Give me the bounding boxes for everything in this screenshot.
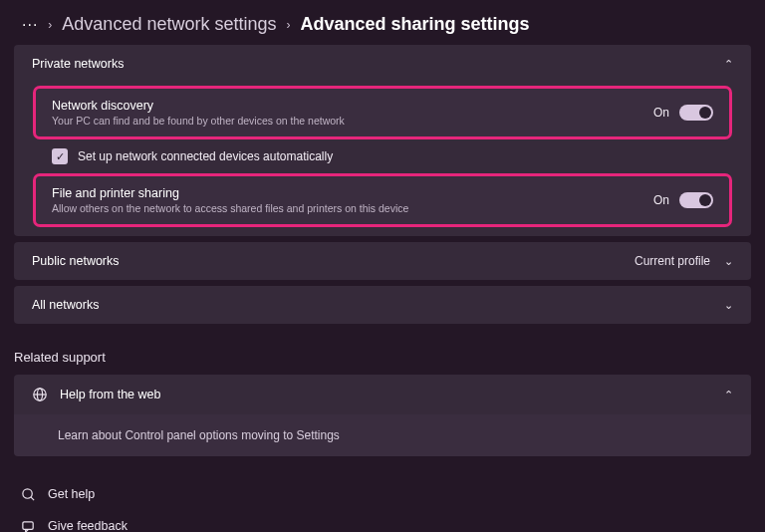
help-from-web-header[interactable]: Help from the web ⌃	[14, 375, 751, 414]
related-support-heading: Related support	[0, 330, 765, 375]
breadcrumb-parent[interactable]: Advanced network settings	[62, 14, 276, 35]
help-from-web-title: Help from the web	[60, 388, 160, 401]
private-networks-title: Private networks	[32, 57, 124, 71]
auto-setup-row: ✓ Set up network connected devices autom…	[52, 142, 729, 170]
breadcrumb-current: Advanced sharing settings	[300, 14, 529, 35]
help-icon	[20, 486, 36, 502]
public-networks-panel: Public networks Current profile ⌄	[14, 242, 751, 280]
file-printer-sharing-desc: Allow others on the network to access sh…	[52, 202, 408, 214]
network-discovery-toggle[interactable]	[679, 105, 713, 121]
help-from-web-panel: Help from the web ⌃	[14, 375, 751, 414]
chevron-right-icon: ›	[286, 18, 290, 32]
file-printer-sharing-toggle[interactable]	[679, 192, 713, 208]
chevron-down-icon: ⌄	[724, 255, 733, 268]
network-discovery-row: Network discovery Your PC can find and b…	[36, 89, 729, 136]
network-discovery-desc: Your PC can find and be found by other d…	[52, 115, 345, 127]
private-networks-panel: Private networks ⌃ Network discovery You…	[14, 45, 751, 236]
give-feedback-label: Give feedback	[48, 519, 128, 532]
all-networks-title: All networks	[32, 298, 99, 312]
chevron-right-icon: ›	[48, 18, 52, 32]
chevron-down-icon: ⌄	[724, 299, 733, 312]
more-icon[interactable]: ···	[22, 16, 38, 34]
public-networks-title: Public networks	[32, 254, 120, 268]
all-networks-header[interactable]: All networks ⌄	[14, 286, 751, 324]
chevron-up-icon: ⌃	[724, 58, 733, 71]
get-help-label: Get help	[48, 487, 95, 501]
breadcrumb: ··· › Advanced network settings › Advanc…	[0, 0, 765, 45]
give-feedback-link[interactable]: Give feedback	[14, 510, 751, 532]
network-discovery-state: On	[653, 106, 669, 120]
footer-links: Get help Give feedback	[0, 462, 765, 532]
current-profile-badge: Current profile	[635, 254, 710, 268]
auto-setup-checkbox[interactable]: ✓	[52, 148, 68, 164]
file-printer-sharing-state: On	[653, 193, 669, 207]
network-discovery-title: Network discovery	[52, 99, 345, 113]
public-networks-header[interactable]: Public networks Current profile ⌄	[14, 242, 751, 280]
all-networks-panel: All networks ⌄	[14, 286, 751, 324]
chevron-up-icon: ⌃	[724, 389, 733, 401]
private-networks-header[interactable]: Private networks ⌃	[14, 45, 751, 83]
get-help-link[interactable]: Get help	[14, 478, 751, 510]
feedback-icon	[20, 518, 36, 532]
file-printer-sharing-row: File and printer sharing Allow others on…	[36, 176, 729, 224]
svg-rect-5	[22, 521, 32, 529]
file-printer-sharing-title: File and printer sharing	[52, 186, 408, 200]
auto-setup-label: Set up network connected devices automat…	[78, 149, 333, 163]
learn-control-panel-link[interactable]: Learn about Control panel options moving…	[14, 414, 751, 456]
globe-icon	[32, 387, 48, 402]
svg-line-4	[30, 496, 33, 499]
